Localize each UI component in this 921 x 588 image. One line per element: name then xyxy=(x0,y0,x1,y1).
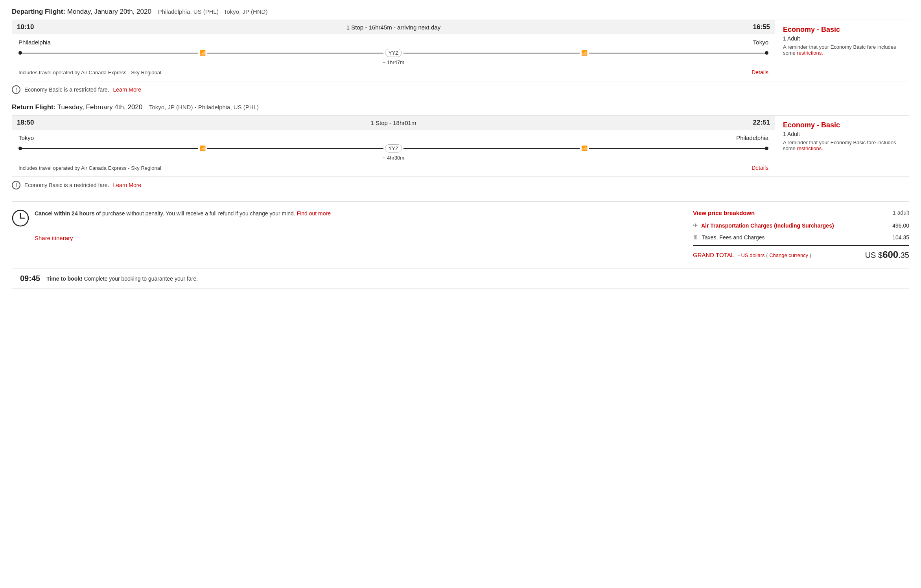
departing-duration: 1 Stop - 16hr45m - arriving next day xyxy=(346,24,440,31)
air-transport-text: Air Transportation Charges (Including Su… xyxy=(701,222,834,229)
departing-layover-time: + 1hr47m xyxy=(18,59,768,65)
return-flight-line: 📶 YYZ 📶 xyxy=(18,144,768,153)
departing-depart-time: 10:10 xyxy=(17,23,34,31)
grand-total-label: GRAND TOTAL - US dollars ( Change curren… xyxy=(693,252,811,258)
return-flight-right: Economy - Basic 1 Adult A reminder that … xyxy=(775,116,909,176)
return-date: Tuesday, February 4th, 2020 xyxy=(57,103,142,111)
grand-total-text: GRAND TOTAL xyxy=(693,252,734,258)
departing-times-row: 10:10 1 Stop - 16hr45m - arriving next d… xyxy=(12,20,775,34)
return-times-row: 18:50 1 Stop - 18hr01m 22:51 xyxy=(12,116,775,130)
bottom-left: Cancel within 24 hours of purchase witho… xyxy=(12,202,681,268)
departing-origin-dot xyxy=(18,51,22,55)
departing-wifi-right-icon: 📶 xyxy=(581,50,588,56)
find-out-more-link[interactable]: Find out more xyxy=(297,210,331,217)
taxes-row: 🗏 Taxes, Fees and Charges 104.35 xyxy=(693,234,909,241)
taxes-amount: 104.35 xyxy=(892,234,909,241)
return-line-mid-right xyxy=(403,148,579,149)
departing-header: Departing Flight: Monday, January 20th, … xyxy=(12,8,909,16)
return-details-link[interactable]: Details xyxy=(752,165,768,171)
return-wifi-left-icon: 📶 xyxy=(199,145,206,151)
booking-timer: 09:45 xyxy=(20,274,40,283)
departing-notice-text: Economy Basic is a restricted fare. xyxy=(24,86,109,93)
view-price-breakdown-link[interactable]: View price breakdown xyxy=(693,209,755,216)
bottom-section: Cancel within 24 hours of purchase witho… xyxy=(12,201,909,268)
currency-label: US dollars xyxy=(741,252,765,258)
return-layover-time: + 4hr30m xyxy=(18,155,768,161)
departing-economy-adult: 1 Adult xyxy=(783,35,901,42)
return-economy-title: Economy - Basic xyxy=(783,121,901,129)
taxes-text: Taxes, Fees and Charges xyxy=(702,234,765,241)
taxes-label: 🗏 Taxes, Fees and Charges xyxy=(693,234,765,241)
return-arrive-time: 22:51 xyxy=(753,119,770,127)
return-dest-dot xyxy=(765,147,768,150)
air-transport-row: ✈ Air Transportation Charges (Including … xyxy=(693,222,909,229)
return-operated-by: Includes travel operated by Air Canada E… xyxy=(18,165,161,171)
departing-layover-badge: YYZ xyxy=(385,49,402,57)
clock-icon xyxy=(12,209,29,227)
departing-dest-dot xyxy=(765,51,768,55)
departing-details-link[interactable]: Details xyxy=(752,69,768,75)
bottom-right: View price breakdown 1 adult ✈ Air Trans… xyxy=(681,202,909,268)
departing-line-right xyxy=(589,53,765,53)
cancel-policy: Cancel within 24 hours of purchase witho… xyxy=(12,209,673,227)
booking-text: Time to book! Complete your booking to g… xyxy=(46,276,198,282)
cancel-policy-text: Cancel within 24 hours of purchase witho… xyxy=(35,209,331,218)
air-transport-label: ✈ Air Transportation Charges (Including … xyxy=(693,222,834,229)
departing-cities-row: Philadelphia Tokyo xyxy=(18,39,768,46)
return-origin-city: Tokyo xyxy=(18,134,34,141)
departing-flight-line: 📶 YYZ 📶 xyxy=(18,49,768,57)
departing-label: Departing Flight: xyxy=(12,8,65,15)
return-line-right xyxy=(589,148,765,149)
return-origin-dot xyxy=(18,147,22,150)
return-restrictions-link[interactable]: restrictions. xyxy=(797,145,823,151)
departing-line-mid-left xyxy=(207,53,383,53)
departing-dest-city: Tokyo xyxy=(753,39,768,46)
adult-label: 1 adult xyxy=(893,209,909,216)
grand-total-cents: .35 xyxy=(898,251,909,259)
departing-route: Philadelphia, US (PHL) - Tokyo, JP (HND) xyxy=(158,8,268,15)
share-itinerary-link[interactable]: Share itinerary xyxy=(35,235,73,241)
departing-learn-more-link[interactable]: Learn More xyxy=(113,86,142,93)
return-economy-note: A reminder that your Economy Basic fare … xyxy=(783,140,901,151)
air-transport-amount: 496.00 xyxy=(892,222,909,229)
departing-notice-icon: ! xyxy=(12,85,20,94)
grand-total-currency: US $ xyxy=(865,251,882,259)
taxes-icon: 🗏 xyxy=(693,234,699,241)
departing-line-left xyxy=(22,53,198,53)
return-cities-row: Tokyo Philadelphia xyxy=(18,134,768,141)
departing-section: Departing Flight: Monday, January 20th, … xyxy=(12,8,909,94)
return-dest-city: Philadelphia xyxy=(736,134,768,141)
return-line-left xyxy=(22,148,198,149)
return-learn-more-link[interactable]: Learn More xyxy=(113,182,142,188)
departing-restrictions-link[interactable]: restrictions. xyxy=(797,50,823,56)
departing-operated-by: Includes travel operated by Air Canada E… xyxy=(18,70,161,75)
return-duration: 1 Stop - 18hr01m xyxy=(371,119,416,126)
return-wifi-right-icon: 📶 xyxy=(581,145,588,151)
booking-bar: 09:45 Time to book! Complete your bookin… xyxy=(12,268,909,289)
departing-flight-right: Economy - Basic 1 Adult A reminder that … xyxy=(775,20,909,81)
return-economy-adult: 1 Adult xyxy=(783,131,901,137)
grand-total-dollars: 600 xyxy=(882,249,898,260)
price-header-row: View price breakdown 1 adult xyxy=(693,209,909,216)
return-route: Tokyo, JP (HND) - Philadelphia, US (PHL) xyxy=(149,104,259,110)
return-header: Return Flight: Tuesday, February 4th, 20… xyxy=(12,103,909,111)
return-layover-badge: YYZ xyxy=(385,144,402,153)
return-section: Return Flight: Tuesday, February 4th, 20… xyxy=(12,103,909,189)
airplane-icon: ✈ xyxy=(693,222,698,229)
price-divider xyxy=(693,245,909,246)
departing-origin-city: Philadelphia xyxy=(18,39,51,46)
return-notice-icon: ! xyxy=(12,181,20,189)
booking-text-body: Complete your booking to guarantee your … xyxy=(83,276,198,282)
return-flight-card: 18:50 1 Stop - 18hr01m 22:51 Tokyo Phila… xyxy=(12,115,909,177)
return-flight-left: 18:50 1 Stop - 18hr01m 22:51 Tokyo Phila… xyxy=(12,116,775,176)
change-currency-link[interactable]: Change currency xyxy=(769,252,808,258)
departing-flight-card: 10:10 1 Stop - 16hr45m - arriving next d… xyxy=(12,20,909,81)
return-depart-time: 18:50 xyxy=(17,119,34,127)
return-line-mid-left xyxy=(207,148,383,149)
departing-line-mid-right xyxy=(403,53,579,53)
grand-total-row: GRAND TOTAL - US dollars ( Change curren… xyxy=(693,249,909,260)
return-footer-row: Includes travel operated by Air Canada E… xyxy=(18,165,768,171)
departing-economy-note: A reminder that your Economy Basic fare … xyxy=(783,44,901,56)
grand-total-price: US $600.35 xyxy=(865,249,909,260)
cancel-policy-body: of purchase without penalty. You will re… xyxy=(94,210,295,217)
